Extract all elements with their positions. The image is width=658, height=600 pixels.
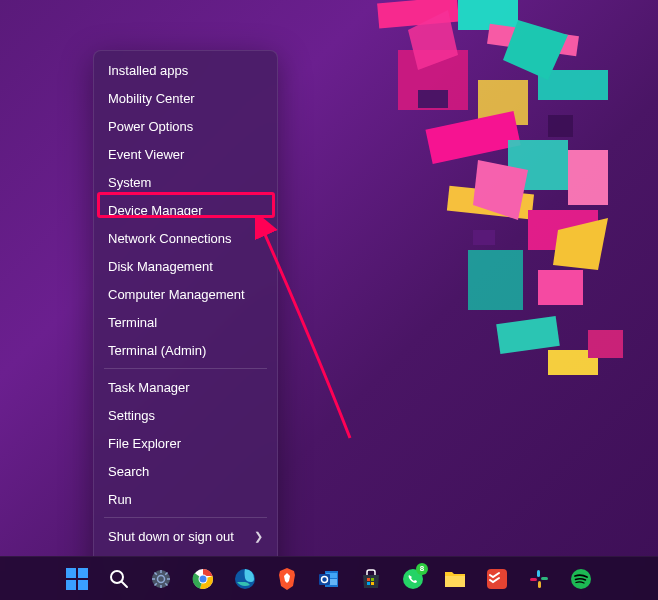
svg-rect-13 (496, 316, 560, 354)
folder-icon (444, 569, 466, 589)
svg-line-29 (122, 582, 127, 587)
svg-rect-59 (530, 578, 537, 581)
svg-rect-12 (538, 270, 583, 305)
menu-file-explorer[interactable]: File Explorer (94, 429, 277, 457)
menu-system[interactable]: System (94, 168, 277, 196)
svg-rect-49 (367, 578, 370, 581)
slack-icon (528, 568, 550, 590)
svg-rect-50 (371, 578, 374, 581)
menu-power-options[interactable]: Power Options (94, 112, 277, 140)
menu-computer-management[interactable]: Computer Management (94, 280, 277, 308)
start-button[interactable] (59, 561, 95, 597)
svg-rect-27 (78, 580, 88, 590)
svg-rect-58 (538, 581, 541, 588)
menu-terminal[interactable]: Terminal (94, 308, 277, 336)
svg-rect-15 (588, 330, 623, 358)
chrome-icon (192, 568, 214, 590)
todoist-app[interactable] (479, 561, 515, 597)
whatsapp-app[interactable]: 8 (395, 561, 431, 597)
svg-rect-57 (541, 577, 548, 580)
svg-point-42 (200, 575, 207, 582)
svg-rect-56 (537, 570, 540, 577)
windows-icon (66, 568, 88, 590)
search-icon (109, 569, 129, 589)
svg-rect-22 (473, 230, 495, 245)
spotify-icon (570, 568, 592, 590)
menu-terminal-admin[interactable]: Terminal (Admin) (94, 336, 277, 364)
menu-divider-1 (104, 368, 267, 369)
svg-point-28 (111, 571, 123, 583)
edge-icon (234, 568, 256, 590)
svg-rect-6 (425, 111, 520, 164)
svg-rect-21 (548, 115, 573, 137)
slack-app[interactable] (521, 561, 557, 597)
outlook-icon (318, 568, 340, 590)
svg-rect-54 (445, 576, 465, 587)
chrome-app[interactable] (185, 561, 221, 597)
wallpaper-art (278, 0, 658, 460)
svg-rect-51 (367, 582, 370, 585)
taskbar: 8 (0, 556, 658, 600)
svg-rect-26 (66, 580, 76, 590)
menu-installed-apps[interactable]: Installed apps (94, 56, 277, 84)
menu-mobility-center[interactable]: Mobility Center (94, 84, 277, 112)
file-explorer-app[interactable] (437, 561, 473, 597)
menu-network-connections[interactable]: Network Connections (94, 224, 277, 252)
search-button[interactable] (101, 561, 137, 597)
menu-search[interactable]: Search (94, 457, 277, 485)
svg-rect-25 (78, 568, 88, 578)
svg-rect-8 (568, 150, 608, 205)
svg-rect-47 (319, 574, 330, 585)
svg-rect-1 (458, 0, 518, 30)
menu-disk-management[interactable]: Disk Management (94, 252, 277, 280)
chevron-right-icon: ❯ (254, 530, 263, 543)
edge-app[interactable] (227, 561, 263, 597)
store-app[interactable] (353, 561, 389, 597)
svg-rect-20 (418, 90, 448, 108)
brave-icon (277, 567, 297, 591)
notification-badge: 8 (416, 563, 428, 575)
gear-icon (150, 568, 172, 590)
menu-event-viewer[interactable]: Event Viewer (94, 140, 277, 168)
svg-rect-24 (66, 568, 76, 578)
menu-device-manager[interactable]: Device Manager (94, 196, 277, 224)
menu-shut-down[interactable]: Shut down or sign out ❯ (94, 522, 277, 550)
settings-app[interactable] (143, 561, 179, 597)
svg-rect-11 (468, 250, 523, 310)
menu-divider-2 (104, 517, 267, 518)
todoist-icon (486, 568, 508, 590)
winx-context-menu: Installed apps Mobility Center Power Opt… (93, 50, 278, 584)
spotify-app[interactable] (563, 561, 599, 597)
outlook-app[interactable] (311, 561, 347, 597)
menu-settings[interactable]: Settings (94, 401, 277, 429)
brave-app[interactable] (269, 561, 305, 597)
svg-rect-52 (371, 582, 374, 585)
menu-run[interactable]: Run (94, 485, 277, 513)
menu-task-manager[interactable]: Task Manager (94, 373, 277, 401)
store-icon (360, 568, 382, 590)
